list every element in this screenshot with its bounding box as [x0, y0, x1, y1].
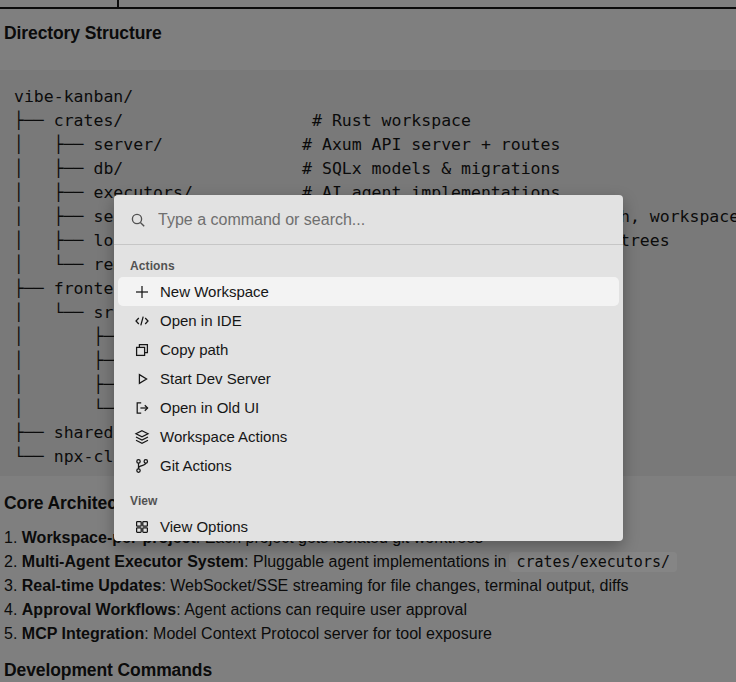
exit-icon: [134, 400, 150, 416]
palette-item-open-in-old-ui[interactable]: Open in Old UI: [118, 393, 619, 422]
palette-item-start-dev-server[interactable]: Start Dev Server: [118, 364, 619, 393]
palette-item-git-actions[interactable]: Git Actions: [118, 451, 619, 480]
search-icon: [130, 212, 146, 228]
palette-item-label: Open in Old UI: [160, 399, 259, 416]
palette-item-new-workspace[interactable]: New Workspace: [118, 277, 619, 306]
palette-item-view-options[interactable]: View Options: [118, 512, 619, 541]
palette-section-actions: Actions: [114, 253, 623, 277]
command-palette: Actions New Workspace Open in IDE Copy p…: [114, 195, 623, 541]
palette-item-label: View Options: [160, 518, 248, 535]
palette-item-workspace-actions[interactable]: Workspace Actions: [118, 422, 619, 451]
command-search-input[interactable]: [156, 210, 607, 230]
palette-item-label: New Workspace: [160, 283, 269, 300]
git-branch-icon: [134, 458, 150, 474]
palette-item-copy-path[interactable]: Copy path: [118, 335, 619, 364]
palette-search-row: [114, 195, 623, 245]
play-icon: [134, 371, 150, 387]
code-icon: [134, 313, 150, 329]
palette-item-label: Copy path: [160, 341, 228, 358]
grid-icon: [134, 519, 150, 535]
palette-item-label: Start Dev Server: [160, 370, 271, 387]
copy-icon: [134, 342, 150, 358]
palette-section-view: View: [114, 488, 623, 512]
layers-icon: [134, 429, 150, 445]
palette-item-open-in-ide[interactable]: Open in IDE: [118, 306, 619, 335]
palette-item-label: Git Actions: [160, 457, 232, 474]
palette-item-label: Open in IDE: [160, 312, 242, 329]
palette-item-label: Workspace Actions: [160, 428, 287, 445]
plus-icon: [134, 284, 150, 300]
